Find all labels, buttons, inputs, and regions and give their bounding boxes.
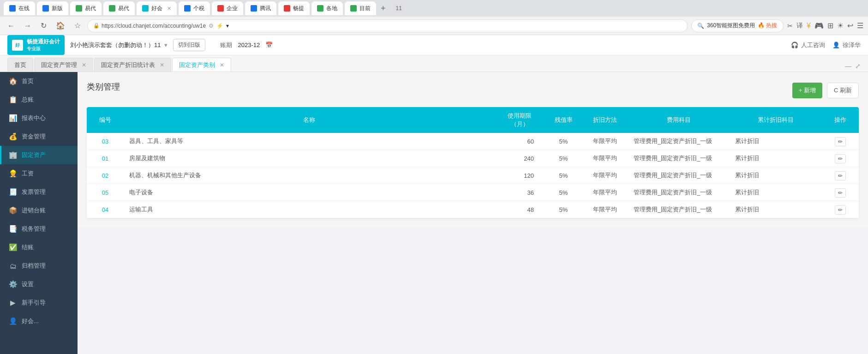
table-header: 编号 名称 使用期限（月） 残值率 折旧方法 费用科目 累计折旧科目 操作 [87,107,859,133]
browser-tab-3[interactable]: 易代 [103,1,135,15]
address-bar[interactable]: 🔒 https://cloud.chanjet.com/accounting/u… [87,19,688,32]
archive-icon: 🗂 [9,262,17,270]
forward-button[interactable]: → [21,20,34,32]
sidebar-label-reports: 报表中心 [22,114,46,122]
browser-tab-4[interactable]: 好会 ✕ [137,1,177,15]
dropdown-icon[interactable]: ▾ [164,42,168,48]
switch-version-button[interactable]: 切到旧版 [173,39,205,51]
tab-close-fixed-asset-mgmt[interactable]: ✕ [82,62,86,68]
cell-action-3[interactable]: ✏ [822,184,859,201]
brightness-icon: ☀ [837,21,844,30]
cell-method-1: 年限平均 [582,150,628,167]
sidebar-item-fixed-asset[interactable]: 🏢 固定资产 [0,146,78,164]
browser-tab-10[interactable]: 目前 [345,1,376,15]
browser-chrome: 在线 新版 易代 易代 好会 ✕ 个税 企业 腾讯 畅提 各地 目前 + 11 [0,0,868,17]
consult-area[interactable]: 🎧 人工咨询 [791,41,825,49]
sidebar-item-home[interactable]: 🏠 首页 [0,72,78,90]
sidebar-item-salary[interactable]: 👷 工资 [0,164,78,183]
menu-icon[interactable]: ☰ [857,21,863,30]
sidebar-item-settings[interactable]: ⚙️ 设置 [0,275,78,294]
browser-tab-2[interactable]: 易代 [70,1,102,15]
new-tab-button[interactable]: + [378,4,389,13]
cell-expense-3: 管理费用_固定资产折旧_一级 [628,184,730,201]
edit-icon-1[interactable]: ✏ [835,154,846,163]
tab-close-category[interactable]: ✕ [220,62,224,68]
cell-name-4: 运输工具 [124,201,494,218]
scissors-icon: ✂ [787,22,793,30]
cell-action-0[interactable]: ✏ [822,133,859,150]
edit-icon-3[interactable]: ✏ [835,188,846,198]
add-button[interactable]: + 新增 [792,83,822,98]
user-area[interactable]: 👤 徐泽华 [832,41,861,49]
tab-close-depreciation[interactable]: ✕ [160,62,164,68]
sidebar-item-funds[interactable]: 💰 资金管理 [0,127,78,146]
edit-icon-0[interactable]: ✏ [835,137,846,146]
home-icon: 🏠 [9,77,17,85]
minimize-icon[interactable]: — [845,62,851,70]
back-button[interactable]: ← [5,20,18,32]
guide-icon: ▶ [9,299,17,307]
sidebar-item-checkout[interactable]: ✅ 结账 [0,238,78,257]
cell-action-4[interactable]: ✏ [822,201,859,218]
edit-icon-4[interactable]: ✏ [835,205,846,215]
tab-count-badge: 11 [393,4,405,12]
sidebar-item-tax[interactable]: 📑 税务管理 [0,220,78,238]
cell-name-1: 房屋及建筑物 [124,150,494,167]
sidebar-item-ledger[interactable]: 📋 总账 [0,90,78,109]
browser-tab-0[interactable]: 在线 [4,1,35,15]
reload-button[interactable]: ↻ [38,19,49,32]
cell-action-1[interactable]: ✏ [822,150,859,167]
invoice-icon: 🧾 [9,188,17,196]
checkout-icon: ✅ [9,243,17,252]
table-row: 04 运输工具 48 5% 年限平均 管理费用_固定资产折旧_一级 累计折旧 ✏ [87,201,859,218]
tab-fixed-asset-depreciation[interactable]: 固定资产折旧统计表 ✕ [94,58,171,72]
sidebar-item-invoice[interactable]: 🧾 发票管理 [0,183,78,201]
app-edition: 专业版 [27,46,60,52]
table-row: 01 房屋及建筑物 240 5% 年限平均 管理费用_固定资产折旧_一级 累计折… [87,150,859,167]
tab-icon-4 [142,5,149,12]
cell-code-3[interactable]: 05 [87,184,124,201]
close-icon-4[interactable]: ✕ [167,6,171,12]
browser-tab-5[interactable]: 个税 [179,1,210,15]
tab-fixed-asset-category[interactable]: 固定资产类别 ✕ [172,58,231,72]
tab-window-controls: — ⤢ [845,62,861,72]
search-bar[interactable]: 🔍 360智能抠图免费用 🔥 热搜 [691,19,784,32]
sidebar-item-reports[interactable]: 📊 报表中心 [0,109,78,127]
cell-period-4: 48 [494,201,545,218]
toolbar: + 新增 C 刷新 [792,83,859,98]
sidebar-item-profile[interactable]: 👤 好会... [0,312,78,330]
content-wrap: 类别管理 + 新增 C 刷新 编号 名称 使用期限（月） 残值率 折旧方法 费用… [78,72,868,354]
cell-expense-0: 管理费用_固定资产折旧_一级 [628,133,730,150]
purchase-sale-icon: 📦 [9,206,17,215]
consult-label: 人工咨询 [801,41,825,49]
bookmark-button[interactable]: ☆ [72,19,84,32]
cell-code-4[interactable]: 04 [87,201,124,218]
calendar-icon[interactable]: 📅 [265,42,273,48]
table-row: 03 器具、工具、家具等 60 5% 年限平均 管理费用_固定资产折旧_一级 累… [87,133,859,150]
refresh-button[interactable]: C 刷新 [827,83,859,98]
sidebar-item-guide[interactable]: ▶ 新手引导 [0,294,78,312]
tab-label-0: 在线 [18,5,30,12]
tab-label-8: 畅提 [293,5,304,12]
sidebar-label-invoice: 发票管理 [22,188,46,196]
cell-code-2[interactable]: 02 [87,167,124,184]
cell-rate-2: 5% [545,167,582,184]
cell-code-0[interactable]: 03 [87,133,124,150]
expand-icon[interactable]: ⤢ [855,62,861,70]
browser-tab-8[interactable]: 畅提 [278,1,310,15]
cell-action-2[interactable]: ✏ [822,167,859,184]
browser-tab-6[interactable]: 企业 [212,1,243,15]
app-logo-icon: 好 [12,40,23,51]
category-table: 编号 名称 使用期限（月） 残值率 折旧方法 费用科目 累计折旧科目 操作 03… [87,107,859,218]
tab-home[interactable]: 首页 [7,58,33,72]
browser-tab-7[interactable]: 腾讯 [245,1,276,15]
browser-tab-1[interactable]: 新版 [37,1,68,15]
edit-icon-2[interactable]: ✏ [835,171,846,180]
cell-code-1[interactable]: 01 [87,150,124,167]
col-header-period: 使用期限（月） [494,107,545,133]
sidebar-item-purchase-sale[interactable]: 📦 进销台账 [0,201,78,220]
sidebar-item-archive[interactable]: 🗂 归档管理 [0,257,78,275]
tab-fixed-asset-mgmt[interactable]: 固定资产管理 ✕ [34,58,93,72]
home-button[interactable]: 🏠 [53,19,68,32]
browser-tab-9[interactable]: 各地 [311,1,343,15]
